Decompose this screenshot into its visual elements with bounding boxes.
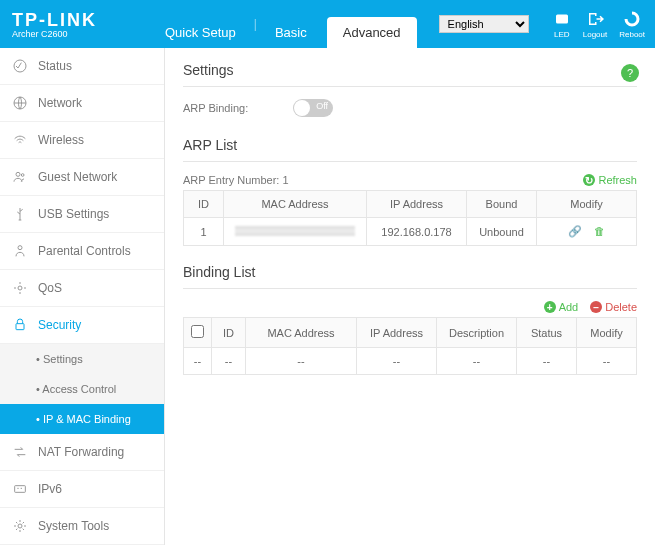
ipv6-icon [12,481,28,497]
sidebar: Status Network Wireless Guest Network US… [0,48,165,545]
svg-rect-7 [16,324,24,330]
bind-empty-ip: -- [357,348,437,375]
status-icon [12,58,28,74]
arp-cell-modify: 🔗 🗑 [537,218,637,246]
arp-th-mac: MAC Address [224,191,367,218]
nav-security-label: Security [38,318,81,332]
svg-point-9 [18,524,22,528]
arp-th-bound: Bound [467,191,537,218]
binding-list-title: Binding List [183,264,637,289]
bind-empty-row: -- -- -- -- -- -- -- [184,348,637,375]
tab-quick-setup[interactable]: Quick Setup [149,17,252,48]
bind-th-ip: IP Address [357,318,437,348]
add-button[interactable]: +Add [544,301,579,313]
arp-binding-row: ARP Binding: Off [183,99,637,117]
nav-nat[interactable]: NAT Forwarding [0,434,164,471]
subnav-ip-mac-binding[interactable]: IP & MAC Binding [0,404,164,434]
arp-cell-mac [224,218,367,246]
arp-binding-toggle[interactable]: Off [293,99,333,117]
subnav-access-control[interactable]: Access Control [0,374,164,404]
nav-system[interactable]: System Tools [0,508,164,545]
arp-list-title: ARP List [183,137,637,162]
toggle-off-text: Off [316,101,328,111]
led-button[interactable]: LED [553,10,571,39]
logout-icon [586,10,604,28]
arp-th-modify: Modify [537,191,637,218]
nav-wireless[interactable]: Wireless [0,122,164,159]
arp-cell-bound: Unbound [467,218,537,246]
svg-point-1 [14,60,26,72]
tab-advanced[interactable]: Advanced [327,17,417,48]
bind-empty-id: -- [212,348,246,375]
bind-th-check [184,318,212,348]
bind-th-status: Status [517,318,577,348]
bind-th-modify: Modify [577,318,637,348]
reboot-button[interactable]: Reboot [619,10,645,39]
nav-ipv6[interactable]: IPv6 [0,471,164,508]
binding-actions: +Add −Delete [183,301,637,313]
arp-binding-label: ARP Binding: [183,102,293,114]
reboot-icon [623,10,641,28]
guest-icon [12,169,28,185]
nav-security[interactable]: Security [0,307,164,344]
svg-point-3 [16,172,20,176]
arp-cell-id: 1 [184,218,224,246]
arp-row: 1 192.168.0.178 Unbound 🔗 🗑 [184,218,637,246]
refresh-button[interactable]: ↻Refresh [583,174,637,186]
nav-parental[interactable]: Parental Controls [0,233,164,270]
main-tabs: Quick Setup | Basic Advanced [147,0,419,48]
mac-blurred [235,226,355,236]
binding-list-table: ID MAC Address IP Address Description St… [183,317,637,375]
reboot-label: Reboot [619,30,645,39]
svg-rect-8 [15,486,26,493]
svg-point-6 [18,286,22,290]
nav-usb[interactable]: USB Settings [0,196,164,233]
add-icon: + [544,301,556,313]
led-label: LED [554,30,570,39]
logo: TP-LINK Archer C2600 [12,10,97,39]
svg-rect-0 [556,14,568,23]
nav-guest[interactable]: Guest Network [0,159,164,196]
bind-icon[interactable]: 🔗 [568,225,582,237]
network-icon [12,95,28,111]
tab-basic[interactable]: Basic [259,17,323,48]
language-select[interactable]: English [439,15,529,33]
subnav-settings[interactable]: Settings [0,344,164,374]
tab-separator: | [254,17,257,31]
delete-button[interactable]: −Delete [590,301,637,313]
help-button[interactable]: ? [621,64,639,82]
security-icon [12,317,28,333]
nav-network[interactable]: Network [0,85,164,122]
header-icons: LED Logout Reboot [553,10,645,39]
usb-icon [12,206,28,222]
select-all-checkbox[interactable] [191,325,204,338]
nav-qos[interactable]: QoS [0,270,164,307]
bind-th-desc: Description [437,318,517,348]
svg-point-4 [21,174,24,177]
delete-minus-icon: − [590,301,602,313]
logout-button[interactable]: Logout [583,10,607,39]
nav-ipv6-label: IPv6 [38,482,62,496]
language-select-wrap: English [439,15,529,33]
bind-th-id: ID [212,318,246,348]
logo-text: TP-LINK [12,10,97,31]
nav-status[interactable]: Status [0,48,164,85]
delete-icon[interactable]: 🗑 [594,225,605,237]
nav-status-label: Status [38,59,72,73]
bind-empty-desc: -- [437,348,517,375]
nat-icon [12,444,28,460]
svg-point-5 [18,246,22,250]
bind-th-mac: MAC Address [246,318,357,348]
arp-cell-ip: 192.168.0.178 [367,218,467,246]
arp-entry-count: ARP Entry Number: 1 [183,174,289,186]
nav-parental-label: Parental Controls [38,244,131,258]
wireless-icon [12,132,28,148]
nav-guest-label: Guest Network [38,170,117,184]
arp-th-id: ID [184,191,224,218]
nav-system-label: System Tools [38,519,109,533]
logo-model: Archer C2600 [12,29,97,39]
qos-icon [12,280,28,296]
nav-wireless-label: Wireless [38,133,84,147]
nav-network-label: Network [38,96,82,110]
bind-empty-modify: -- [577,348,637,375]
